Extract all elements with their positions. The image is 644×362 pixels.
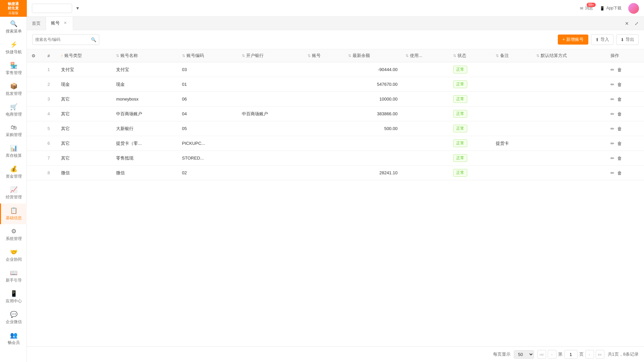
row-num-1: 2 [40, 77, 57, 92]
sidebar-item-purchase[interactable]: 🛍 采购管理 [0, 121, 27, 141]
col-name[interactable]: 账号名称 [112, 49, 178, 62]
row-default-settle-3 [532, 107, 606, 121]
delete-icon-1[interactable]: 🗑 [617, 82, 622, 87]
avatar[interactable] [628, 3, 639, 14]
table-footer: 每页显示 50 100 200 ⏮ ‹ 第 页 › ⏭ 共1页，8条记录 [27, 346, 644, 362]
prev-page-button[interactable]: ‹ [548, 350, 556, 359]
row-name-1: 现金 [112, 77, 178, 92]
edit-icon-5[interactable]: ✏ [610, 141, 614, 146]
col-account[interactable]: 账号 [304, 49, 344, 62]
col-type[interactable]: 账号类型 [57, 49, 112, 62]
first-page-button[interactable]: ⏮ [537, 350, 546, 359]
header-dropdown[interactable]: ▼ [75, 6, 80, 11]
toolbar-right: + 新增账号 ⬆ 导入 ⬇ 导出 [558, 34, 639, 45]
sidebar-icon-inventory: 📊 [10, 144, 17, 152]
row-num-6: 7 [40, 151, 57, 166]
delete-icon-3[interactable]: 🗑 [617, 111, 622, 117]
row-bank-5 [238, 136, 304, 151]
row-type-5: 其它 [57, 136, 112, 151]
add-account-button[interactable]: + 新增账号 [558, 35, 588, 45]
sidebar-label-retail: 零售管理 [6, 70, 22, 76]
sidebar-item-enterprise-agreement[interactable]: 🤝 企业协同 [0, 245, 27, 266]
col-default-settle[interactable]: 默认结算方式 [532, 49, 606, 62]
toolbar: 🔍 + 新增账号 ⬆ 导入 ⬇ 导出 [27, 30, 644, 49]
sidebar-item-quick-nav[interactable]: ⚡ 快捷导航 [0, 38, 27, 58]
tab-close-accounts[interactable]: ✕ [62, 20, 68, 26]
sidebar-item-basic-info[interactable]: 📋 基础信息 [0, 203, 27, 224]
sidebar-item-member[interactable]: 👥 畅会员 [0, 328, 27, 349]
search-box[interactable]: 🔍 [32, 34, 99, 45]
sidebar-icon-purchase: 🛍 [11, 124, 17, 131]
table-row: 5 其它 大新银行 05 500.00 正常 ✏ 🗑 [27, 121, 644, 136]
col-remark[interactable]: 备注 [492, 49, 532, 62]
row-status-4: 正常 [449, 121, 492, 136]
messages-badge: 99+ [587, 3, 596, 7]
tab-home[interactable]: 首页 [27, 17, 46, 30]
next-page-button[interactable]: › [585, 350, 594, 359]
last-page-button[interactable]: ⏭ [596, 350, 604, 359]
sidebar-item-inventory[interactable]: 📊 库存核算 [0, 141, 27, 162]
col-status[interactable]: 状态 [449, 49, 492, 62]
sidebar-label-app-center: 应用中心 [6, 298, 22, 304]
tab-accounts[interactable]: 账号✕ [46, 17, 73, 30]
delete-icon-2[interactable]: 🗑 [617, 97, 622, 102]
app-download-button[interactable]: 📱 App下载 [600, 5, 622, 11]
col-code[interactable]: 账号编码 [178, 49, 238, 62]
edit-icon-4[interactable]: ✏ [610, 126, 614, 131]
edit-icon-1[interactable]: ✏ [610, 82, 614, 87]
messages-button[interactable]: ✉ 消息 99+ [580, 5, 593, 11]
delete-icon-7[interactable]: 🗑 [617, 170, 622, 176]
row-account-0 [304, 62, 344, 77]
sidebar-item-wholesale[interactable]: 📦 批发管理 [0, 79, 27, 100]
per-page-select[interactable]: 50 100 200 [514, 350, 534, 359]
sidebar-item-system[interactable]: ⚙ 系统管理 [0, 224, 27, 245]
sidebar-label-guide: 新手引导 [6, 278, 22, 283]
sidebar-icon-system: ⚙ [11, 228, 16, 235]
expand-tab-action[interactable]: ⤢ [633, 19, 641, 27]
row-usage-4 [401, 121, 449, 136]
sidebar-item-finance[interactable]: 💰 资金管理 [0, 162, 27, 183]
delete-icon-0[interactable]: 🗑 [617, 67, 622, 72]
row-bank-6 [238, 151, 304, 166]
col-usage[interactable]: 使用... [401, 49, 449, 62]
sidebar-icon-finance: 💰 [10, 165, 17, 173]
import-button[interactable]: ⬆ 导入 [591, 34, 613, 45]
col-balance[interactable]: 最新余额 [344, 49, 401, 62]
search-input[interactable] [35, 37, 89, 42]
app-logo: 畅捷通财生意乐版版 [0, 0, 27, 17]
sidebar-item-enterprise-wechat[interactable]: 💬 企业微信 [0, 307, 27, 328]
sidebar-item-search-menu[interactable]: 🔍 搜索菜单 [0, 17, 27, 38]
row-name-7: 微信 [112, 166, 178, 180]
sidebar-label-quick-nav: 快捷导航 [6, 49, 22, 55]
table-row: 6 其它 提货卡（零... PICKUPC... 正常 提货卡 ✏ 🗑 [27, 136, 644, 151]
edit-icon-0[interactable]: ✏ [610, 67, 614, 72]
export-label: 导出 [626, 37, 634, 43]
sidebar: 畅捷通财生意乐版版 🔍 搜索菜单 ⚡ 快捷导航 🏪 零售管理 📦 批发管理 🛒 … [0, 0, 27, 362]
row-name-2: moneybosx [112, 92, 178, 107]
delete-icon-5[interactable]: 🗑 [617, 141, 622, 146]
edit-icon-6[interactable]: ✏ [610, 156, 614, 161]
sidebar-item-app-center[interactable]: 📱 应用中心 [0, 287, 27, 307]
edit-icon-7[interactable]: ✏ [610, 170, 614, 176]
export-button[interactable]: ⬇ 导出 [616, 34, 639, 45]
sidebar-item-ecommerce[interactable]: 🛒 电商管理 [0, 100, 27, 121]
close-tab-action[interactable]: ✕ [623, 19, 631, 27]
sidebar-icon-search-menu: 🔍 [10, 20, 17, 27]
header-search-input[interactable] [32, 4, 72, 13]
edit-icon-2[interactable]: ✏ [610, 97, 614, 102]
sidebar-label-system: 系统管理 [6, 236, 22, 242]
sidebar-label-purchase: 采购管理 [6, 132, 22, 138]
sidebar-item-guide[interactable]: 📖 新手引导 [0, 266, 27, 287]
row-num-2: 3 [40, 92, 57, 107]
row-status-6: 正常 [449, 151, 492, 166]
sidebar-item-operations[interactable]: 📈 经营管理 [0, 183, 27, 203]
col-bank[interactable]: 开户银行 [238, 49, 304, 62]
delete-icon-4[interactable]: 🗑 [617, 126, 622, 131]
edit-icon-3[interactable]: ✏ [610, 111, 614, 117]
sidebar-item-retail[interactable]: 🏪 零售管理 [0, 58, 27, 79]
row-actions-4: ✏ 🗑 [606, 121, 644, 136]
col-settings[interactable]: ⚙ [27, 49, 40, 62]
sidebar-icon-wholesale: 📦 [10, 82, 17, 90]
page-input[interactable] [564, 350, 578, 359]
delete-icon-6[interactable]: 🗑 [617, 156, 622, 161]
